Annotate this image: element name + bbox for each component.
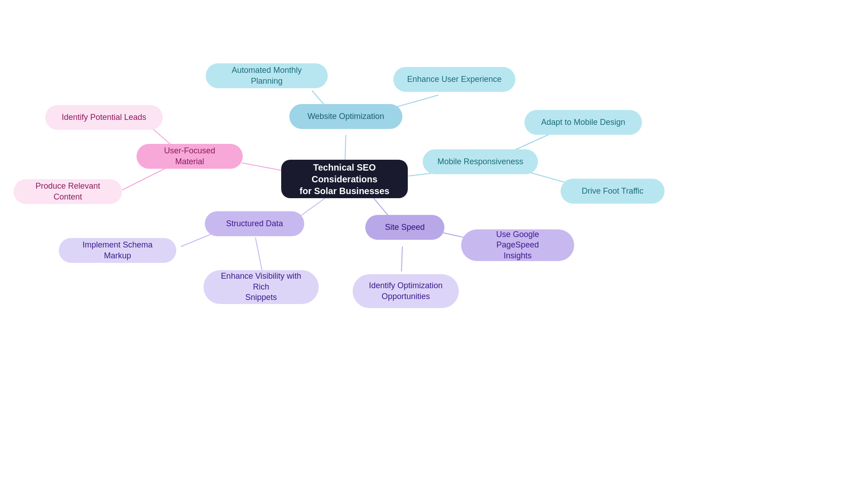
enhance-user-experience-node: Enhance User Experience (393, 67, 515, 92)
use-google-pagespeed-label: Use Google PageSpeed Insights (474, 229, 561, 261)
structured-data-node: Structured Data (205, 211, 304, 236)
produce-relevant-content-label: Produce Relevant Content (26, 181, 109, 202)
automated-monthly-planning-label: Automated Monthly Planning (218, 65, 315, 86)
site-speed-node: Site Speed (365, 215, 444, 240)
mobile-responsiveness-label: Mobile Responsiveness (437, 157, 523, 167)
center-node: Technical SEO Considerations for Solar B… (281, 160, 408, 198)
enhance-visibility-node: Enhance Visibility with Rich Snippets (203, 270, 319, 304)
svg-line-14 (401, 247, 402, 271)
implement-schema-markup-label: Implement Schema Markup (71, 240, 164, 261)
drive-foot-traffic-label: Drive Foot Traffic (582, 186, 644, 196)
identify-optimization-label: Identify Optimization Opportunities (369, 281, 443, 302)
drive-foot-traffic-node: Drive Foot Traffic (561, 179, 665, 204)
identify-optimization-node: Identify Optimization Opportunities (353, 274, 459, 308)
website-optimization-label: Website Optimization (307, 111, 384, 122)
produce-relevant-content-node: Produce Relevant Content (14, 179, 122, 204)
svg-line-11 (255, 238, 262, 271)
user-focused-material-label: User-Focused Material (149, 146, 230, 167)
adapt-to-mobile-design-label: Adapt to Mobile Design (541, 117, 625, 128)
svg-line-8 (122, 165, 172, 190)
structured-data-label: Structured Data (226, 219, 283, 229)
site-speed-label: Site Speed (385, 222, 425, 233)
automated-monthly-planning-node: Automated Monthly Planning (206, 63, 328, 88)
identify-potential-leads-node: Identify Potential Leads (45, 105, 163, 130)
enhance-visibility-label: Enhance Visibility with Rich Snippets (216, 271, 306, 303)
implement-schema-markup-node: Implement Schema Markup (59, 238, 176, 263)
website-optimization-node: Website Optimization (289, 104, 402, 129)
center-label: Technical SEO Considerations for Solar B… (294, 162, 395, 197)
mobile-responsiveness-node: Mobile Responsiveness (423, 149, 538, 174)
use-google-pagespeed-node: Use Google PageSpeed Insights (461, 229, 574, 261)
adapt-to-mobile-design-node: Adapt to Mobile Design (524, 110, 642, 135)
enhance-user-experience-label: Enhance User Experience (407, 74, 501, 85)
identify-potential-leads-label: Identify Potential Leads (61, 112, 146, 123)
user-focused-material-node: User-Focused Material (137, 144, 243, 169)
